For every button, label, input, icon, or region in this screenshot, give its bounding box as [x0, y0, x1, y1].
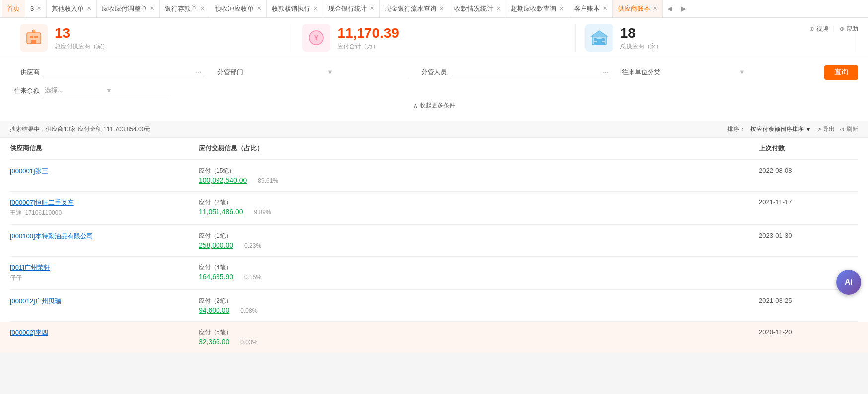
row5-supplier-link[interactable]: [000012]广州贝瑞 [10, 297, 61, 305]
close-cash-bank-flow-icon[interactable]: ✕ [439, 5, 444, 12]
nav-tab-overdue-query[interactable]: 超期应收款查询 ✕ [506, 0, 569, 18]
sort-dropdown[interactable]: 按应付余额倒序排序 ▼ [750, 125, 811, 133]
row3-trans-percent: 0.23% [244, 242, 261, 249]
close-customer-account-icon[interactable]: ✕ [603, 5, 607, 12]
table-row: [000007]恒旺二手叉车 王通 17106110000 应付（2笔） 11,… [10, 192, 858, 225]
close-bank-deposit-icon[interactable]: ✕ [200, 5, 205, 12]
stat-block-amount: ¥ 11,170.39 应付合计（万） [292, 24, 575, 52]
balance-chevron-icon: ▼ [106, 87, 167, 94]
close-tab-3-icon[interactable]: ✕ [37, 5, 41, 12]
stat-number-amount: 11,170.39 [337, 25, 399, 41]
category-filter-label: 往来单位分类 [621, 68, 660, 77]
close-advance-verify-icon[interactable]: ✕ [257, 5, 261, 12]
search-button[interactable]: 查询 [824, 65, 858, 80]
row1-trans-amount-line: 100,092,540.00 89.61% [199, 176, 759, 184]
close-receipt-verify-icon[interactable]: ✕ [313, 5, 318, 12]
nav-tab-supplier-account[interactable]: 供应商账本 ✕ [613, 0, 663, 18]
row1-trans-amount[interactable]: 100,092,540.00 [199, 176, 247, 184]
row5-trans-amount[interactable]: 94,600.00 [199, 306, 229, 314]
nav-tab-ap-adjustment[interactable]: 应收应付调整单 ✕ [97, 0, 160, 18]
nav-tab-3[interactable]: 3 ✕ [25, 0, 47, 18]
results-actions: 排序： 按应付余额倒序排序 ▼ ↗ 导出 ↺ 刷新 [727, 125, 858, 133]
row4-trans-label: 应付（4笔） [199, 263, 759, 272]
filter-category: 往来单位分类 ▼ [621, 67, 814, 77]
dept-chevron-icon: ▼ [327, 68, 405, 76]
row3-supplier: [000100]本特勤油品有限公司 [10, 232, 199, 241]
nav-prev-arrow[interactable]: ◀ [663, 0, 677, 18]
svg-rect-9 [597, 39, 602, 45]
row3-supplier-link[interactable]: [000100]本特勤油品有限公司 [10, 232, 93, 240]
supplier-filter-input-wrap[interactable]: ··· [43, 67, 204, 78]
export-button[interactable]: ↗ 导出 [816, 125, 835, 133]
collapse-label: 收起更多条件 [420, 101, 455, 110]
amount-icon: ¥ [302, 24, 330, 52]
nav-tab-cash-bank-stat[interactable]: 现金银行统计 ✕ [323, 0, 380, 18]
table-row: [000100]本特勤油品有限公司 应付（1笔） 258,000.00 0.23… [10, 225, 858, 257]
row6-trans-label: 应付（5笔） [199, 328, 759, 337]
nav-tab-advance-verify[interactable]: 预收冲应收单 ✕ [210, 0, 267, 18]
close-overdue-query-icon[interactable]: ✕ [559, 5, 564, 12]
table-row: [000012]广州贝瑞 应付（2笔） 94,600.00 0.08% 2021… [10, 290, 858, 322]
nav-next-arrow[interactable]: ▶ [677, 0, 691, 18]
nav-tab-bank-deposit[interactable]: 银行存款单 ✕ [160, 0, 210, 18]
row5-trans-percent: 0.08% [240, 307, 257, 314]
svg-point-4 [32, 30, 35, 33]
person-input[interactable] [452, 68, 602, 76]
row2-supplier-link[interactable]: [000007]恒旺二手叉车 [10, 199, 74, 206]
nav-tab-cash-bank-flow[interactable]: 现金银行流水查询 ✕ [380, 0, 449, 18]
dept-filter-select[interactable]: ▼ [246, 67, 407, 77]
nav-tab-receipt-verify[interactable]: 收款核销执行 ✕ [267, 0, 323, 18]
nav-tab-customer-account[interactable]: 客户账本 ✕ [569, 0, 613, 18]
refresh-button[interactable]: ↺ 刷新 [840, 125, 858, 133]
nav-tab-other-income[interactable]: 其他收入单 ✕ [47, 0, 97, 18]
close-other-income-icon[interactable]: ✕ [87, 5, 91, 12]
svg-marker-8 [591, 31, 607, 36]
supplier-icon [20, 24, 48, 52]
refresh-icon: ↺ [840, 126, 845, 133]
row6-lastpay: 2020-11-20 [759, 328, 858, 336]
row2-contact: 王通 17106110000 [10, 209, 199, 217]
close-supplier-account-icon[interactable]: ✕ [653, 5, 657, 12]
row2-trans-amount[interactable]: 11,051,486.00 [199, 208, 243, 216]
row4-supplier-link[interactable]: [001]广州荣轩 [10, 264, 50, 271]
filter-row-2: 往来余额 选择... ▼ [10, 85, 858, 96]
row3-trans-amount[interactable]: 258,000.00 [199, 241, 233, 249]
category-filter-select[interactable]: ▼ [663, 67, 814, 77]
row1-supplier-link[interactable]: [000001]张三 [10, 167, 48, 175]
stat-label-total: 总供应商（家） [620, 42, 662, 51]
close-receipt-stat-icon[interactable]: ✕ [496, 5, 501, 12]
svg-text:¥: ¥ [314, 34, 318, 42]
row4-trans-amount[interactable]: 164,635.90 [199, 273, 233, 281]
row2-trans-percent: 9.89% [254, 209, 271, 216]
svg-rect-2 [34, 36, 38, 38]
supplier-dots-icon[interactable]: ··· [195, 68, 202, 77]
nav-tab-home[interactable]: 首页 [2, 0, 25, 18]
header-supplier: 供应商信息 [10, 144, 199, 153]
results-summary: 搜索结果中，供应商13家 应付金额 111,703,854.00元 [10, 125, 150, 133]
supplier-input[interactable] [45, 68, 195, 76]
filter-balance: 往来余额 选择... ▼ [10, 85, 169, 96]
row6-transaction: 应付（5笔） 32,366.00 0.03% [199, 328, 759, 346]
row1-trans-label: 应付（15笔） [199, 167, 759, 175]
person-filter-input-wrap[interactable]: ··· [450, 67, 611, 78]
close-cash-bank-stat-icon[interactable]: ✕ [370, 5, 374, 12]
header-transaction: 应付交易信息（占比） [199, 144, 759, 153]
person-dots-icon[interactable]: ··· [602, 68, 609, 77]
row5-transaction: 应付（2笔） 94,600.00 0.08% [199, 297, 759, 314]
collapse-button[interactable]: ∧ 收起更多条件 [10, 101, 858, 110]
balance-filter-select[interactable]: 选择... ▼ [43, 85, 169, 96]
video-link[interactable]: ⊙ 视频 [809, 25, 828, 33]
close-ap-adjustment-icon[interactable]: ✕ [150, 5, 154, 12]
svg-rect-12 [594, 42, 597, 45]
row2-trans-label: 应付（2笔） [199, 198, 759, 207]
help-link[interactable]: ⊙ 帮助 [840, 25, 858, 33]
collapse-section: ∧ 收起更多条件 [10, 101, 858, 110]
ai-badge[interactable]: Ai [836, 270, 861, 295]
nav-tab-receipt-stat[interactable]: 收款情况统计 ✕ [449, 0, 506, 18]
row6-trans-amount[interactable]: 32,366.00 [199, 338, 229, 346]
row6-supplier-link[interactable]: [000002]李四 [10, 329, 48, 336]
row4-transaction: 应付（4笔） 164,635.90 0.15% [199, 263, 759, 281]
balance-select-placeholder: 选择... [45, 86, 106, 95]
row6-trans-amount-line: 32,366.00 0.03% [199, 338, 759, 346]
row3-transaction: 应付（1笔） 258,000.00 0.23% [199, 232, 759, 249]
